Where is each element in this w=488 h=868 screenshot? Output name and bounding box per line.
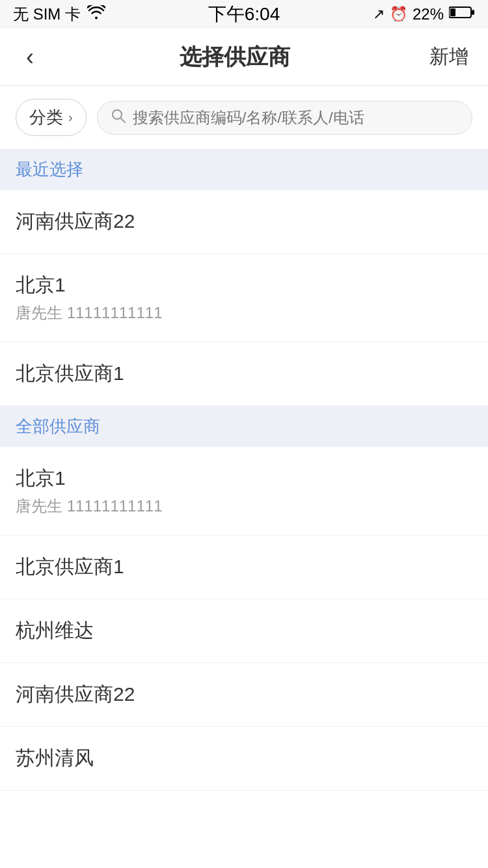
filter-bar: 分类 › — [0, 86, 488, 149]
recent-items-list: 河南供应商22北京1唐先生 11111111111北京供应商1 — [0, 190, 488, 406]
status-bar: 无 SIM 卡 下午6:04 ↗ ⏰ 22% — [0, 0, 488, 29]
add-button[interactable]: 新增 — [429, 44, 468, 70]
status-left: 无 SIM 卡 — [13, 4, 105, 25]
item-sub: 唐先生 11111111111 — [16, 303, 472, 323]
all-section-label: 全部供应商 — [16, 416, 100, 436]
search-input[interactable] — [133, 109, 459, 127]
item-sub: 唐先生 11111111111 — [16, 496, 472, 517]
page-title: 选择供应商 — [180, 42, 290, 72]
item-name: 北京供应商1 — [16, 360, 472, 387]
all-list-item[interactable]: 杭州维达 — [0, 599, 488, 663]
all-list-item[interactable]: 苏州清风 — [0, 727, 488, 791]
status-time: 下午6:04 — [208, 2, 280, 27]
all-list-item[interactable]: 北京1唐先生 11111111111 — [0, 447, 488, 536]
alarm-icon: ⏰ — [390, 6, 407, 23]
all-section-header: 全部供应商 — [0, 406, 488, 447]
recent-list-item[interactable]: 北京1唐先生 11111111111 — [0, 254, 488, 342]
search-box[interactable] — [97, 101, 472, 135]
svg-rect-1 — [472, 10, 474, 15]
battery-label: 22% — [413, 5, 444, 23]
search-icon — [111, 108, 126, 128]
category-button[interactable]: 分类 › — [16, 99, 87, 136]
carrier-label: 无 SIM 卡 — [13, 4, 81, 25]
item-name: 河南供应商22 — [16, 681, 472, 708]
item-name: 河南供应商22 — [16, 208, 472, 235]
recent-section-label: 最近选择 — [16, 159, 83, 179]
wifi-icon — [87, 5, 105, 23]
category-label: 分类 — [29, 106, 63, 129]
all-list-item[interactable]: 北京供应商1 — [0, 536, 488, 599]
svg-line-4 — [120, 118, 125, 122]
status-right: ↗ ⏰ 22% — [373, 5, 475, 23]
location-icon: ↗ — [373, 6, 385, 23]
recent-list-item[interactable]: 北京供应商1 — [0, 342, 488, 406]
all-list-item[interactable]: 河南供应商22 — [0, 663, 488, 727]
nav-bar: ‹ 选择供应商 新增 — [0, 29, 488, 86]
recent-section-header: 最近选择 — [0, 149, 488, 190]
item-name: 苏州清风 — [16, 745, 472, 772]
battery-icon — [449, 5, 475, 23]
back-button[interactable]: ‹ — [20, 37, 40, 77]
item-name: 北京1 — [16, 272, 472, 299]
item-name: 北京1 — [16, 465, 472, 492]
recent-list-item[interactable]: 河南供应商22 — [0, 190, 488, 254]
all-items-list: 北京1唐先生 11111111111北京供应商1杭州维达河南供应商22苏州清风 — [0, 447, 488, 791]
item-name: 杭州维达 — [16, 617, 472, 644]
chevron-right-icon: › — [68, 110, 73, 125]
svg-rect-2 — [450, 8, 455, 16]
item-name: 北京供应商1 — [16, 554, 472, 580]
